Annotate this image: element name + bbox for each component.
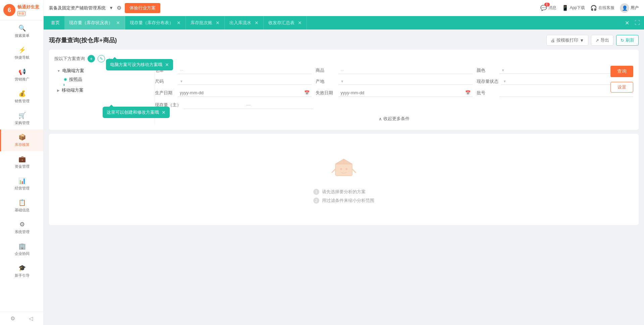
stock-main-to[interactable] (253, 102, 311, 107)
sidebar-item-basic[interactable]: 📋 基础信息 (0, 195, 43, 217)
tab-inventory-dist-close[interactable]: ✕ (177, 20, 181, 25)
export-icon: ↗ (595, 38, 599, 43)
settings-bottom-icon[interactable]: ⚙ (10, 315, 15, 322)
refresh-btn[interactable]: ↻ 刷新 (616, 35, 639, 46)
tab-bar-right: ✕ ⛶ (624, 18, 641, 28)
search-btn[interactable]: 查询 (610, 66, 633, 77)
stock-main-range: — (184, 101, 313, 109)
export-btn[interactable]: ↗ 导出 (591, 35, 613, 46)
size-select-wrapper[interactable]: ▼ (178, 78, 312, 85)
filter-row-2: 尺码 ▼ 产地 ▼ 现存量状态 (155, 78, 633, 85)
tab-in-out-flow[interactable]: 出入库流水 ✕ (225, 16, 264, 30)
user-group[interactable]: 👤 用户 (620, 3, 639, 13)
message-group[interactable]: 💬 6 消息 (540, 5, 556, 11)
basic-icon: 📋 (18, 199, 26, 206)
origin-label: 产地 (316, 78, 336, 85)
operation-label: 经营管理 (15, 186, 30, 191)
edit-tooltip-text: 这里可以创建和修改方案哦 (107, 109, 159, 115)
produce-date-calendar-icon[interactable]: 📅 (304, 90, 310, 95)
tab-maximize-icon[interactable]: ⛶ (633, 18, 641, 27)
tab-inventory-status-close[interactable]: ✕ (116, 20, 120, 25)
goods-more[interactable]: ··· (340, 68, 344, 72)
goods-label: 商品 (316, 67, 336, 73)
scheme-tooltip: 电脑方案可设为移动方案哦 ✕ (106, 59, 173, 70)
sidebar-item-search-menu[interactable]: 🔍 搜索菜单 (0, 20, 43, 42)
collapse-btn[interactable]: ∧ 收起更多条件 (379, 116, 410, 122)
warehouse-select-wrapper[interactable]: ··· (178, 66, 312, 74)
message-label: 消息 (548, 5, 556, 11)
stock-main-from[interactable] (186, 102, 244, 107)
sidebar: 6 畅通好生意 标版 🔍 搜索菜单 ⚡ 快捷导航 📢 营销推广 💰 销售管理 🛒… (0, 0, 44, 325)
sidebar-item-enterprise[interactable]: 🏢 企业协同 (0, 238, 43, 260)
scheme-list-container: ▼ 电脑端方案 按照品 ▶ 移动端方案 (54, 66, 155, 124)
produce-date-input[interactable] (180, 90, 304, 95)
brand-name: 畅通好生意 (17, 4, 39, 10)
sidebar-logo: 6 畅通好生意 标版 (0, 0, 43, 20)
main-content: 现存量查询(按仓库+商品) 🖨 按模板打印 ▼ ↗ 导出 ↻ 刷新 (44, 30, 644, 325)
tab-batch-account-label: 库存批次账 (191, 20, 212, 26)
stock-status-field: 现存量状态 ▼ (477, 78, 633, 85)
industry-btn[interactable]: 体验行业方案 (125, 3, 160, 13)
scheme-mobile-group[interactable]: ▶ 移动端方案 (54, 86, 149, 95)
scheme-default-item[interactable]: 按照品 (61, 75, 149, 84)
sidebar-item-purchase[interactable]: 🛒 采购管理 (0, 108, 43, 129)
page-actions: 🖨 按模板打印 ▼ ↗ 导出 ↻ 刷新 (546, 35, 639, 46)
scheme-computer-items: 按照品 (61, 75, 149, 84)
tree-mobile-arrow-icon: ▶ (57, 89, 60, 92)
app-download-icon: 📱 (562, 5, 569, 11)
tab-in-out-flow-label: 出入库流水 (229, 20, 251, 26)
tab-close-all-icon[interactable]: ✕ (624, 18, 631, 28)
sidebar-item-finance[interactable]: 💼 资金管理 (0, 151, 43, 173)
tab-home-label: 首页 (51, 20, 60, 25)
basic-label: 基础信息 (15, 208, 30, 213)
expire-date-calendar-icon[interactable]: 📅 (465, 90, 471, 95)
tab-recv-summary[interactable]: 收发存汇总表 ✕ (264, 16, 307, 30)
tab-batch-account[interactable]: 库存批次账 ✕ (186, 16, 225, 30)
scheme-default-label: 按照品 (69, 76, 82, 83)
edit-tooltip: 这里可以创建和修改方案哦 ✕ (103, 107, 170, 118)
finance-icon: 💼 (18, 155, 26, 163)
goods-select-wrapper[interactable]: ··· (338, 66, 472, 74)
warehouse-more[interactable]: ··· (180, 68, 183, 72)
scheme-tooltip-close[interactable]: ✕ (165, 62, 169, 67)
sidebar-item-guide[interactable]: 🎓 新手引导 (0, 260, 43, 282)
sidebar-item-sales[interactable]: 💰 销售管理 (0, 86, 43, 108)
print-btn[interactable]: 🖨 按模板打印 ▼ (546, 35, 588, 46)
filter-add-btn[interactable]: + (88, 55, 95, 62)
finance-label: 资金管理 (15, 164, 30, 169)
step-2-num: 2 (313, 198, 319, 204)
tab-recv-summary-close[interactable]: ✕ (298, 20, 302, 25)
tab-inventory-status[interactable]: 现存量（库存状况表） ✕ (64, 16, 125, 30)
sidebar-item-quick-nav[interactable]: ⚡ 快捷导航 (0, 42, 43, 64)
stock-status-label: 现存量状态 (477, 78, 498, 85)
sidebar-item-operation[interactable]: 📊 经营管理 (0, 173, 43, 195)
origin-select-wrapper[interactable]: ▼ (338, 78, 472, 85)
guide-icon: 🎓 (18, 264, 26, 272)
stock-status-dropdown-icon: ▼ (503, 79, 506, 83)
system-dropdown[interactable]: ▼ (109, 5, 113, 10)
online-support-group[interactable]: 🎧 在线客服 (590, 5, 614, 11)
tab-inventory-dist[interactable]: 现存量（库存分布表） ✕ (125, 16, 186, 30)
sidebar-item-system[interactable]: ⚙ 系统管理 (0, 217, 43, 238)
collapse-sidebar-icon[interactable]: ◁ (29, 315, 33, 322)
inventory-label: 库存核算 (15, 142, 30, 147)
app-download-group[interactable]: 📱 App下载 (562, 5, 585, 11)
header-right: 💬 6 消息 📱 App下载 🎧 在线客服 👤 用户 (540, 3, 639, 13)
print-icon: 🖨 (551, 38, 555, 43)
reset-btn[interactable]: 设置 (610, 82, 633, 93)
batch-label: 批号 (477, 90, 497, 96)
stock-main-field: 现存量（主） — (155, 101, 313, 109)
system-label: 系统管理 (15, 229, 30, 234)
tab-in-out-flow-close[interactable]: ✕ (255, 20, 259, 25)
sidebar-item-marketing[interactable]: 📢 营销推广 (0, 64, 43, 86)
expire-date-input[interactable] (340, 90, 465, 95)
filter-edit-btn[interactable]: ✎ (98, 55, 105, 62)
produce-date-wrapper: 📅 (178, 89, 312, 97)
tab-batch-account-close[interactable]: ✕ (216, 20, 220, 25)
scheme-mobile-label: 移动端方案 (62, 87, 84, 93)
header-settings-icon[interactable]: ⚙ (117, 5, 121, 11)
sidebar-item-inventory[interactable]: 📦 库存核算 (0, 129, 43, 151)
edit-tooltip-close[interactable]: ✕ (162, 110, 166, 115)
scheme-tooltip-text: 电脑方案可设为移动方案哦 (110, 62, 162, 68)
tab-home[interactable]: 首页 (46, 20, 64, 26)
